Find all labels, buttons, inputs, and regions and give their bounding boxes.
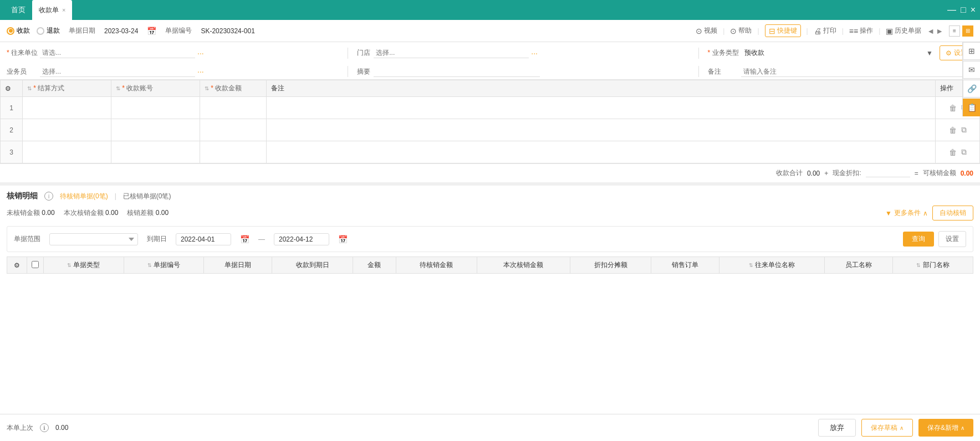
receipt-tab[interactable]: 收款单 × <box>32 0 72 20</box>
type-sort-icon[interactable]: ⇅ <box>67 263 72 268</box>
summary-input[interactable] <box>374 66 540 77</box>
amount-cell-3[interactable] <box>200 141 267 163</box>
verification-header: 核销明细 i 待核销单据(0笔) | 已核销单据(0笔) <box>7 191 973 201</box>
delete-row-2-icon[interactable]: 🗑 <box>949 126 957 135</box>
from-date-input[interactable] <box>176 233 231 245</box>
staff-more-icon[interactable]: ··· <box>195 67 206 76</box>
account-cell-2[interactable] <box>111 119 200 141</box>
date-picker-icon[interactable]: 📅 <box>147 27 156 35</box>
verification-info-icon[interactable]: i <box>44 192 53 201</box>
partnername-col-header: ⇅ 往来单位名称 <box>719 257 825 274</box>
done-tab[interactable]: 已核销单据(0笔) <box>123 192 171 201</box>
to-date-input[interactable] <box>274 233 329 245</box>
list-view-icon[interactable]: ≡ <box>949 25 960 37</box>
filter-setting-button[interactable]: 设置 <box>938 231 966 247</box>
grid-view-icon[interactable]: ⊞ <box>962 25 973 37</box>
close-tab-icon[interactable]: × <box>62 7 65 13</box>
copy-row-2-icon[interactable]: ⧉ <box>961 125 967 135</box>
biztype-dropdown-icon[interactable]: ▼ <box>926 49 933 57</box>
note-cell-1[interactable] <box>267 97 936 119</box>
settlement-cell-2[interactable] <box>23 119 111 141</box>
amount-cell-1[interactable] <box>200 97 267 119</box>
auto-verify-button[interactable]: 自动核销 <box>932 206 973 221</box>
staff-input[interactable] <box>40 66 195 77</box>
remark-label: 备注 <box>708 67 741 76</box>
top-navigation: 首页 收款单 × — □ × <box>0 0 980 20</box>
video-label: 视频 <box>704 26 717 35</box>
toolbar: 收款 退款 单据日期 2023-03-24 📅 单据编号 SK-20230324… <box>0 20 980 42</box>
prev-arrow-icon[interactable]: ◄ <box>927 27 935 35</box>
equals-sign: = <box>915 170 918 177</box>
range-label: 单据范围 <box>14 234 40 244</box>
close-window-icon[interactable]: × <box>971 5 976 15</box>
this-time-value: 0.00 <box>105 209 118 217</box>
abandon-button[interactable]: 放弃 <box>818 419 856 437</box>
print-btn[interactable]: 🖨 打印 <box>814 26 836 35</box>
query-button[interactable]: 查询 <box>903 232 934 247</box>
panel-link-icon[interactable]: 🔗 <box>963 80 980 98</box>
select-all-checkbox[interactable] <box>32 261 39 268</box>
bottom-table-wrapper: ⚙ ⇅ 单据类型 ⇅ 单据编号 单据日期 收款到期日 金额 待 <box>7 257 973 274</box>
ops-icon: ≡≡ <box>849 27 858 35</box>
unverified-amount-value: 0.00 <box>42 209 54 217</box>
help-btn[interactable]: ⊙ 帮助 <box>730 26 752 35</box>
shortcut-btn[interactable]: ⊟ 快捷键 <box>765 24 801 37</box>
discount-col-header: 折扣分摊额 <box>570 257 651 274</box>
note-cell-2[interactable] <box>267 119 936 141</box>
partner-more-icon[interactable]: ··· <box>195 49 206 58</box>
save-new-button[interactable]: 保存&新增 ∧ <box>918 419 973 437</box>
toolbar-right: ⊙ 视频 | ⊙ 帮助 | ⊟ 快捷键 | 🖨 打印 | ≡≡ 操作 <box>696 24 973 37</box>
video-btn[interactable]: ⊙ 视频 <box>696 26 717 35</box>
amount-sort-icon[interactable]: ⇅ <box>205 85 209 91</box>
pending-tab[interactable]: 待核销单据(0笔) <box>60 192 108 201</box>
store-more-icon[interactable]: ··· <box>529 49 540 58</box>
footer-info-icon[interactable]: ℹ <box>40 423 49 432</box>
more-conditions-btn[interactable]: ▼ 更多条件 ∧ <box>885 208 928 218</box>
delete-row-3-icon[interactable]: 🗑 <box>949 148 957 157</box>
refund-radio[interactable]: 退款 <box>37 26 60 35</box>
store-input[interactable] <box>374 48 529 58</box>
discount-input[interactable] <box>866 169 910 177</box>
tab-separator: | <box>115 192 116 200</box>
save-draft-chevron-icon: ∧ <box>900 425 904 431</box>
amount-cell-2[interactable] <box>200 119 267 141</box>
from-date-calendar-icon[interactable]: 📅 <box>240 235 249 244</box>
account-cell-1[interactable] <box>111 97 200 119</box>
remark-input[interactable] <box>741 66 973 77</box>
settlement-cell-3[interactable] <box>23 141 111 163</box>
receipt-radio[interactable]: 收款 <box>7 26 30 35</box>
total-value: 0.00 <box>807 170 820 177</box>
next-arrow-icon[interactable]: ► <box>936 27 943 35</box>
panel-clipboard-icon[interactable]: 📋 <box>963 99 980 116</box>
note-cell-3[interactable] <box>267 141 936 163</box>
refund-radio-circle <box>37 27 44 35</box>
deptname-sort-icon[interactable]: ⇅ <box>916 263 921 268</box>
settlement-sort-icon[interactable]: ⇅ <box>27 85 32 91</box>
number-sort-icon[interactable]: ⇅ <box>147 263 152 268</box>
history-btn[interactable]: ▣ 历史单据 <box>886 26 921 35</box>
settings-col-header[interactable]: ⚙ <box>1 80 23 97</box>
bottom-table: ⚙ ⇅ 单据类型 ⇅ 单据编号 单据日期 收款到期日 金额 待 <box>7 257 973 274</box>
to-date-calendar-icon[interactable]: 📅 <box>338 235 348 244</box>
net-value: 0.00 <box>961 170 973 177</box>
maximize-icon[interactable]: □ <box>961 5 966 15</box>
settlement-cell-1[interactable] <box>23 97 111 119</box>
copy-row-3-icon[interactable]: ⧉ <box>961 147 967 157</box>
minimize-icon[interactable]: — <box>947 5 956 15</box>
home-tab[interactable]: 首页 <box>4 5 32 15</box>
delete-row-1-icon[interactable]: 🗑 <box>949 104 957 112</box>
panel-mail-icon[interactable]: ✉ <box>963 61 980 79</box>
discount-label: 现金折扣: <box>833 168 861 178</box>
stats-row: 未核销金额 0.00 本次核销金额 0.00 核销差额 0.00 ▼ 更多条件 … <box>7 206 973 221</box>
account-sort-icon[interactable]: ⇅ <box>116 85 120 91</box>
panel-table-icon[interactable]: ⊞ <box>963 42 980 60</box>
partner-input[interactable] <box>40 48 195 58</box>
bottom-settings-col[interactable]: ⚙ <box>7 257 27 274</box>
partnername-sort-icon[interactable]: ⇅ <box>749 263 753 268</box>
range-select[interactable] <box>49 233 138 245</box>
account-cell-3[interactable] <box>111 141 200 163</box>
footer: 本单上次 ℹ 0.00 放弃 保存草稿 ∧ 保存&新增 ∧ <box>0 414 980 441</box>
ops-btn[interactable]: ≡≡ 操作 <box>849 26 873 35</box>
save-draft-button[interactable]: 保存草稿 ∧ <box>861 419 913 437</box>
pending-col-header: 待核销金额 <box>396 257 477 274</box>
